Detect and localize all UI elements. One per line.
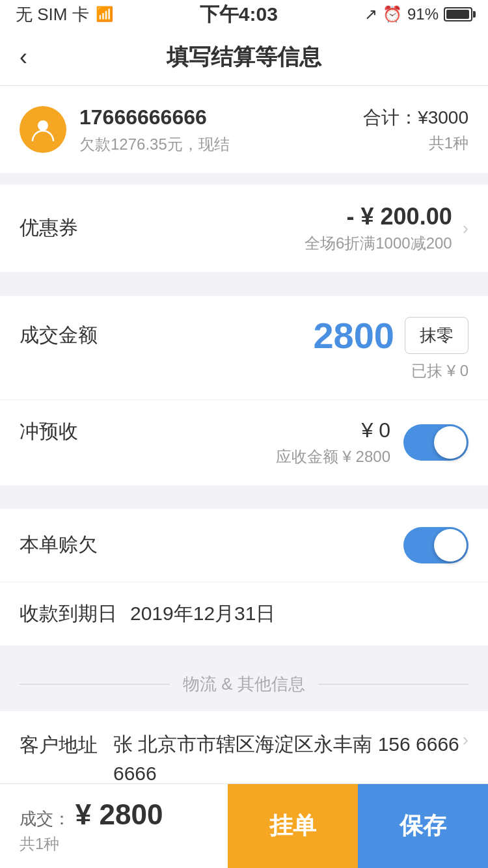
status-left: 无 SIM 卡 📶 [16,3,113,26]
page-title: 填写结算等信息 [167,42,321,72]
logistics-line-left [20,684,170,685]
address-value: 张 北京市市辖区海淀区永丰南 156 6666 6666 [113,729,463,788]
customer-phone: 17666666666 [79,104,230,131]
coupon-detail: 全场6折满1000减200 [305,233,452,254]
coupon-amount: - ¥ 200.00 [305,203,452,230]
main-content: 17666666666 欠款1276.35元，现结 合计：¥3000 共1种 优… [0,86,488,868]
bottom-bar: 成交： ¥ 2800 共1种 挂单 保存 [0,783,488,868]
due-date-label: 收款到期日 [20,601,117,627]
section-divider-1 [0,273,488,284]
customer-total: 合计：¥3000 共1种 [363,105,468,154]
chevron-right-icon: › [463,218,468,239]
deal-amount: 2800 [313,314,394,357]
coupon-value: - ¥ 200.00 全场6折满1000减200 [305,203,452,254]
debt-toggle[interactable] [403,527,468,563]
logistics-header: 物流 & 其他信息 [0,657,488,711]
prepay-row: 冲预收 ¥ 0 应收金额 ¥ 2800 [20,418,468,467]
avatar [20,106,66,153]
total-count: 共1种 [363,133,468,154]
bottom-count: 共1种 [20,834,208,854]
due-date-section: 收款到期日 2019年12月31日 [0,582,488,645]
debt-section: 本单赊欠 [0,509,488,582]
round-zero-button[interactable]: 抹零 [405,317,468,354]
hang-button[interactable]: 挂单 [228,784,358,869]
prepay-section: 冲预收 ¥ 0 应收金额 ¥ 2800 [0,400,488,485]
prepay-amount: ¥ 0 [276,418,390,442]
user-icon [29,115,57,144]
logistics-title: 物流 & 其他信息 [183,673,305,696]
wifi-icon: 📶 [96,6,113,23]
due-date-row: 收款到期日 2019年12月31日 [20,601,468,627]
bottom-summary: 成交： ¥ 2800 共1种 [0,798,228,854]
prepay-toggle[interactable] [403,424,468,461]
customer-debt: 欠款1276.35元，现结 [79,134,230,155]
status-bar: 无 SIM 卡 📶 下午4:03 ↗ ⏰ 91% [0,0,488,29]
battery-percent: 91% [407,5,439,23]
address-chevron-icon: › [463,729,468,750]
deal-label: 成交金额 [20,322,98,349]
bottom-deal-amount: ¥ 2800 [75,798,163,830]
section-divider-2 [0,485,488,497]
coupon-row[interactable]: 优惠券 - ¥ 200.00 全场6折满1000减200 › [0,185,488,273]
deal-section: 成交金额 2800 抹零 已抹 ¥ 0 [0,296,488,400]
toggle-knob [434,426,467,459]
prepay-right: ¥ 0 应收金额 ¥ 2800 [276,418,468,467]
due-date-value: 2019年12月31日 [130,601,275,627]
customer-info: 17666666666 欠款1276.35元，现结 [79,104,230,155]
logistics-line-right [318,684,468,685]
total-label: 合计：¥3000 [363,105,468,130]
status-right: ↗ ⏰ 91% [364,5,472,23]
deal-sub-text: 已抹 ¥ 0 [20,360,468,381]
save-button[interactable]: 保存 [358,784,488,869]
bottom-deal-line: 成交： ¥ 2800 [20,798,208,831]
deal-right: 2800 抹零 [313,314,468,357]
deal-row: 成交金额 2800 抹零 [20,314,468,357]
battery-icon [444,7,472,21]
prepay-value-block: ¥ 0 应收金额 ¥ 2800 [276,418,390,467]
back-button[interactable]: ‹ [20,44,27,71]
customer-left: 17666666666 欠款1276.35元，现结 [20,104,230,155]
bottom-deal-label: 成交： [20,809,70,828]
carrier-text: 无 SIM 卡 [16,3,89,26]
section-divider-3 [0,645,488,657]
coupon-right: - ¥ 200.00 全场6折满1000减200 › [305,203,468,254]
address-label: 客户地址 [20,729,98,759]
debt-label: 本单赊欠 [20,532,98,558]
prepay-label: 冲预收 [20,418,78,445]
status-time: 下午4:03 [200,1,278,28]
prepay-receivable: 应收金额 ¥ 2800 [276,446,390,467]
customer-card: 17666666666 欠款1276.35元，现结 合计：¥3000 共1种 [0,86,488,173]
svg-point-0 [38,120,48,131]
alarm-icon: ⏰ [383,5,402,23]
coupon-label: 优惠券 [20,215,78,241]
debt-toggle-knob [434,529,467,562]
location-icon: ↗ [364,5,377,23]
nav-bar: ‹ 填写结算等信息 [0,29,488,86]
